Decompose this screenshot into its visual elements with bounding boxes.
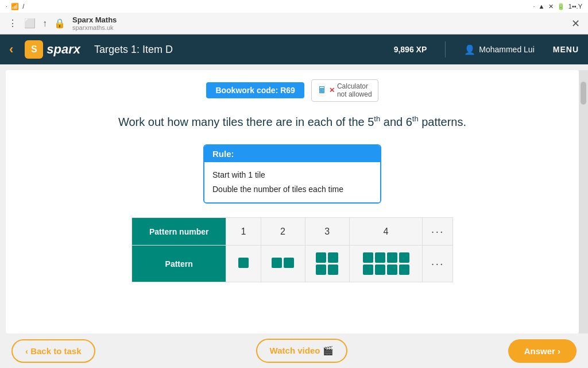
browser-menu-icon[interactable]: ⋮ xyxy=(8,18,17,29)
tile-row-4b xyxy=(363,264,409,275)
tile xyxy=(328,264,338,275)
browser-share-icon[interactable]: ↑ xyxy=(42,18,47,29)
user-icon: 👤 xyxy=(464,44,475,55)
tile-grid-3 xyxy=(316,252,338,275)
calc-label: Calculator xyxy=(337,82,372,90)
app-header: ‹ S sparx Targets 1: Item D 9,896 XP 👤 M… xyxy=(0,34,588,64)
tile xyxy=(375,264,385,275)
browser-site-name: Sparx Maths xyxy=(72,16,117,24)
question-sup2: th xyxy=(412,114,419,123)
sparx-logo-text: sparx xyxy=(47,42,80,57)
pattern-number-header: Pattern number xyxy=(132,218,226,246)
browser-close-button[interactable]: ✕ xyxy=(571,17,580,30)
pattern-cell-2 xyxy=(261,246,305,282)
tile-grid-4 xyxy=(363,252,409,275)
tile xyxy=(284,258,294,268)
sparx-logo: S sparx xyxy=(25,40,80,59)
status-right: · ▲ ✕ 🔋 1••.Y xyxy=(533,3,582,10)
calculator-badge: 🖩 ✕ Calculator not allowed xyxy=(311,79,378,102)
status-icons: · ▲ ✕ 🔋 1••.Y xyxy=(533,3,582,10)
question-part1: Work out how many tiles there are in eac… xyxy=(118,116,374,128)
scrollbar-handle[interactable] xyxy=(581,82,586,105)
pattern-label-header: Pattern xyxy=(132,246,226,282)
table-header-row: Pattern number 1 2 3 4 ··· xyxy=(132,218,453,246)
status-left: · 📶 / xyxy=(6,3,24,10)
watch-label: Watch video 🎬 xyxy=(270,346,334,356)
tile xyxy=(363,252,373,263)
pattern-col-dots: ··· xyxy=(423,246,453,282)
header-back-button[interactable]: ‹ xyxy=(9,42,13,57)
content-panel: Bookwork code: R69 🖩 ✕ Calculator not al… xyxy=(6,70,579,334)
tile-grid-2 xyxy=(272,258,294,268)
rule-box: Rule: Start with 1 tile Double the numbe… xyxy=(203,144,381,204)
tile xyxy=(375,252,385,263)
tile-grid-1 xyxy=(238,258,249,268)
tile xyxy=(316,252,326,263)
tile-row-2 xyxy=(272,258,294,268)
tile-row-3a xyxy=(316,252,338,263)
tile xyxy=(399,264,409,275)
calculator-icon: 🖩 xyxy=(318,85,327,95)
tile xyxy=(387,264,397,275)
menu-button[interactable]: MENU xyxy=(553,45,579,54)
xp-display: 9,896 XP xyxy=(394,45,427,54)
main-content: Bookwork code: R69 🖩 ✕ Calculator not al… xyxy=(0,64,588,334)
num-col-2: 2 xyxy=(261,218,305,246)
answer-button[interactable]: Answer › xyxy=(508,339,577,363)
tile xyxy=(328,252,338,263)
status-dots: · 📶 / xyxy=(6,3,24,10)
question-part2: and 6 xyxy=(380,116,412,128)
tile-row-3b xyxy=(316,264,338,275)
status-bar: · 📶 / · ▲ ✕ 🔋 1••.Y xyxy=(0,0,588,13)
rule-body: Start with 1 tile Double the number of t… xyxy=(204,162,380,202)
pattern-cell-1 xyxy=(226,246,261,282)
bookwork-code: Bookwork code: R69 xyxy=(206,82,304,98)
browser-site-url: sparxmaths.uk xyxy=(72,24,117,31)
browser-left: ⋮ ⬜ ↑ 🔒 Sparx Maths sparxmaths.uk xyxy=(8,16,117,31)
table-pattern-row: Pattern xyxy=(132,246,453,282)
bottom-bar: ‹ Back to task Watch video 🎬 Answer › xyxy=(0,334,588,368)
tile xyxy=(387,252,397,263)
num-col-dots: ··· xyxy=(423,218,453,246)
tile xyxy=(238,258,249,268)
header-divider xyxy=(445,41,446,57)
bookwork-bar: Bookwork code: R69 🖩 ✕ Calculator not al… xyxy=(20,79,565,102)
calc-text: Calculator not allowed xyxy=(337,82,372,99)
question-text: Work out how many tiles there are in eac… xyxy=(20,113,565,131)
tile-row-4a xyxy=(363,252,409,263)
browser-bar: ⋮ ⬜ ↑ 🔒 Sparx Maths sparxmaths.uk ✕ xyxy=(0,13,588,34)
num-col-3: 3 xyxy=(305,218,349,246)
browser-lock-icon: 🔒 xyxy=(54,18,65,29)
num-col-4: 4 xyxy=(349,218,423,246)
rule-line2: Double the number of tiles each time xyxy=(212,182,372,197)
user-name: Mohammed Lui xyxy=(479,45,535,54)
pattern-table: Pattern number 1 2 3 4 ··· Pattern xyxy=(131,217,453,282)
question-part3: patterns. xyxy=(419,116,466,128)
pattern-cell-3 xyxy=(305,246,349,282)
tile-row-1 xyxy=(238,258,249,268)
back-to-task-button[interactable]: ‹ Back to task xyxy=(11,339,95,363)
watch-video-button[interactable]: Watch video 🎬 xyxy=(256,339,347,363)
tile xyxy=(399,252,409,263)
rule-line1: Start with 1 tile xyxy=(212,168,372,182)
rule-header: Rule: xyxy=(204,145,380,162)
pattern-cell-4 xyxy=(349,246,423,282)
answer-label: Answer › xyxy=(524,346,560,356)
question-sup1: th xyxy=(374,114,380,123)
calc-x-icon: ✕ xyxy=(329,86,335,94)
back-label: ‹ Back to task xyxy=(25,346,82,356)
browser-site-info: Sparx Maths sparxmaths.uk xyxy=(72,16,117,31)
user-info: 👤 Mohammed Lui xyxy=(464,44,535,55)
tile xyxy=(363,264,373,275)
browser-tab-icon[interactable]: ⬜ xyxy=(24,18,36,29)
num-col-1: 1 xyxy=(226,218,261,246)
tile xyxy=(272,258,282,268)
page-title: Targets 1: Item D xyxy=(94,44,173,56)
tile xyxy=(316,264,326,275)
scrollbar[interactable] xyxy=(579,70,588,334)
sparx-logo-icon: S xyxy=(25,40,43,59)
calc-status: not allowed xyxy=(337,90,372,98)
